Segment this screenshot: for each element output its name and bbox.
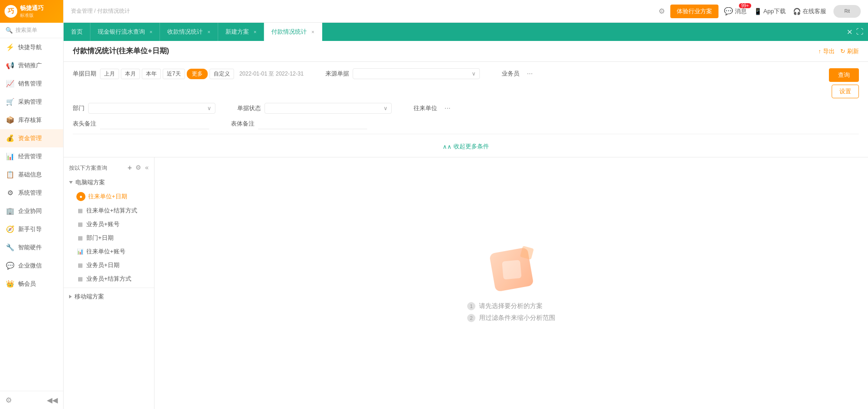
data-area: 1 请先选择要分析的方案 2 用过滤条件来缩小分析范围 <box>155 157 868 409</box>
refresh-icon: ↻ <box>840 48 845 55</box>
empty-tip-1-text: 请先选择要分析的方案 <box>479 302 543 310</box>
tab-bar: 首页 现金银行流水查询 × 收款情况统计 × 新建方案 × 付款情况统计 × ✕… <box>64 23 868 41</box>
header-settings-icon[interactable]: ⚙ <box>658 7 665 15</box>
scheme-item-partner-settlement[interactable]: ▦ 往来单位+结算方式 <box>64 204 154 217</box>
sidebar-item-basic-info[interactable]: 📋 基础信息 <box>0 166 63 184</box>
note-body-input[interactable] <box>258 118 367 129</box>
sidebar-nav: ⚡ 快捷导航 📢 营销推广 📈 销售管理 🛒 采购管理 📦 库存核算 💰 资金管… <box>0 38 63 391</box>
scheme-collapse-icon[interactable]: « <box>145 164 149 172</box>
sidebar-item-guide[interactable]: 🧭 新手引导 <box>0 220 63 238</box>
basic-info-icon: 📋 <box>5 170 15 179</box>
filter-actions: 查询 设置 <box>822 68 859 98</box>
tab-fullscreen-icon[interactable]: ⛶ <box>856 28 863 36</box>
hardware-icon: 🔧 <box>5 243 15 252</box>
empty-tip-2-text: 用过滤条件来缩小分析范围 <box>479 314 555 322</box>
partner-dots[interactable]: ··· <box>444 104 450 112</box>
body-area: 按以下方案查询 + ⚙ « 电脑端方案 ● <box>64 157 868 409</box>
tab-home[interactable]: 首页 <box>64 23 90 41</box>
date-btn-more[interactable]: 更多 <box>187 69 208 79</box>
tab-payment-stat-close[interactable]: × <box>311 29 314 35</box>
scheme-icon: ▦ <box>76 262 84 269</box>
note-header-input[interactable] <box>100 118 209 129</box>
main-area: 资金管理 / 付款情况统计 ⚙ 体验行业方案 💬 消息 99+ 📱 App下载 … <box>64 0 868 409</box>
sidebar-item-hardware[interactable]: 🔧 智能硬件 <box>0 238 63 257</box>
sidebar-collapse-icon[interactable]: ◀◀ <box>47 396 58 404</box>
tab-receivable-close[interactable]: × <box>207 29 210 35</box>
sidebar-item-member[interactable]: 👑 畅会员 <box>0 275 63 293</box>
export-btn[interactable]: ↑ 导出 <box>818 47 835 56</box>
sidebar-item-marketing[interactable]: 📢 营销推广 <box>0 56 63 75</box>
service-btn[interactable]: 🎧 在线客服 <box>793 7 826 15</box>
sidebar-item-inventory[interactable]: 📦 库存核算 <box>0 111 63 129</box>
sidebar-bottom: ⚙ ◀◀ <box>0 391 63 409</box>
scheme-item-salesperson-date[interactable]: ▦ 业务员+日期 <box>64 258 154 272</box>
tip-num-2: 2 <box>467 314 475 322</box>
tab-new-scheme[interactable]: 新建方案 × <box>218 23 264 41</box>
dept-label: 部门 <box>73 104 85 112</box>
sidebar-search[interactable]: 🔍 搜索菜单 <box>0 23 63 38</box>
messages-btn[interactable]: 💬 消息 99+ <box>724 7 747 15</box>
sidebar-item-enterprise[interactable]: 🏢 企业协同 <box>0 202 63 220</box>
page-header-actions: ↑ 导出 ↻ 刷新 <box>818 47 859 56</box>
scheme-item-salesperson-account[interactable]: ▦ 业务员+账号 <box>64 217 154 231</box>
sidebar-item-operation[interactable]: 📊 经营管理 <box>0 147 63 166</box>
dept-select[interactable]: ∨ <box>88 103 215 114</box>
sidebar-settings-icon[interactable]: ⚙ <box>5 396 12 404</box>
doc-status-select[interactable]: ∨ <box>264 103 392 114</box>
scheme-item-partner-account[interactable]: 📊 往来单位+账号 <box>64 245 154 258</box>
collapse-btn[interactable]: ∧∧ 收起更多条件 <box>443 142 489 151</box>
tab-bar-right: ✕ ⛶ <box>842 23 868 41</box>
empty-tips: 1 请先选择要分析的方案 2 用过滤条件来缩小分析范围 <box>467 302 555 322</box>
avatar[interactable]: Rit <box>833 5 861 18</box>
date-btn-this-year[interactable]: 本年 <box>142 69 161 79</box>
date-btn-custom[interactable]: 自定义 <box>210 69 234 79</box>
scheme-item-salesperson-settlement[interactable]: ▦ 业务员+结算方式 <box>64 272 154 286</box>
messages-badge: 99+ <box>739 3 751 8</box>
app-download-btn[interactable]: 📱 App下载 <box>754 7 786 15</box>
tab-close-all-icon[interactable]: ✕ <box>847 28 853 36</box>
sidebar-item-system[interactable]: ⚙ 系统管理 <box>0 184 63 202</box>
settings-btn[interactable]: 设置 <box>832 85 859 98</box>
scheme-settings-icon[interactable]: ⚙ <box>135 164 141 172</box>
sidebar-item-capital[interactable]: 💰 资金管理 <box>0 129 63 147</box>
date-btn-last-7[interactable]: 近7天 <box>163 69 185 79</box>
scheme-icon: ▦ <box>76 207 84 214</box>
tab-payment-stat[interactable]: 付款情况统计 × <box>264 23 322 41</box>
empty-state: 1 请先选择要分析的方案 2 用过滤条件来缩小分析范围 <box>467 245 555 322</box>
tab-bank-flow-close[interactable]: × <box>150 29 152 35</box>
group-expand-icon <box>69 181 73 184</box>
left-panel-toolbar: 按以下方案查询 + ⚙ « <box>64 162 154 176</box>
sales-icon: 📈 <box>5 79 15 88</box>
tab-new-scheme-close[interactable]: × <box>254 29 256 35</box>
date-btn-this-month[interactable]: 本月 <box>121 69 140 79</box>
scheme-item-partner-date[interactable]: ● 往来单位+日期 <box>64 189 154 204</box>
trial-btn[interactable]: 体验行业方案 <box>670 5 718 18</box>
date-btn-last-month[interactable]: 上月 <box>100 69 119 79</box>
sidebar-item-quick-nav[interactable]: ⚡ 快捷导航 <box>0 38 63 56</box>
date-range-text: 2022-01-01 至 2022-12-31 <box>239 70 304 78</box>
quick-nav-icon: ⚡ <box>5 43 15 52</box>
sidebar-item-sales[interactable]: 📈 销售管理 <box>0 75 63 93</box>
top-header: 资金管理 / 付款情况统计 ⚙ 体验行业方案 💬 消息 99+ 📱 App下载 … <box>64 0 868 23</box>
sidebar-item-wechat[interactable]: 💬 企业微信 <box>0 257 63 275</box>
sidebar-logo-text: 畅捷通巧 标准版 <box>20 4 44 19</box>
source-select[interactable]: ∨ <box>353 68 480 79</box>
query-btn[interactable]: 查询 <box>829 68 859 82</box>
tab-bank-flow[interactable]: 现金银行流水查询 × <box>90 23 160 41</box>
tab-receivable[interactable]: 收款情况统计 × <box>160 23 218 41</box>
salesperson-dots[interactable]: ··· <box>527 70 533 78</box>
inventory-icon: 📦 <box>5 116 15 125</box>
page-title: 付款情况统计(往来单位+日期) <box>73 46 169 56</box>
scheme-group-mobile-title[interactable]: 移动端方案 <box>64 290 154 303</box>
guide-icon: 🧭 <box>5 225 15 234</box>
wechat-icon: 💬 <box>5 261 15 270</box>
sidebar-item-purchase[interactable]: 🛒 采购管理 <box>0 93 63 111</box>
add-scheme-icon[interactable]: + <box>128 164 132 172</box>
scheme-item-dept-date[interactable]: ▦ 部门+日期 <box>64 231 154 245</box>
scheme-group-desktop-title[interactable]: 电脑端方案 <box>64 176 154 189</box>
left-panel-icons: + ⚙ « <box>128 164 149 172</box>
marketing-icon: 📢 <box>5 61 15 70</box>
refresh-btn[interactable]: ↻ 刷新 <box>840 47 859 56</box>
date-label: 单据日期 <box>73 70 96 78</box>
dept-arrow-icon: ∨ <box>207 105 211 111</box>
